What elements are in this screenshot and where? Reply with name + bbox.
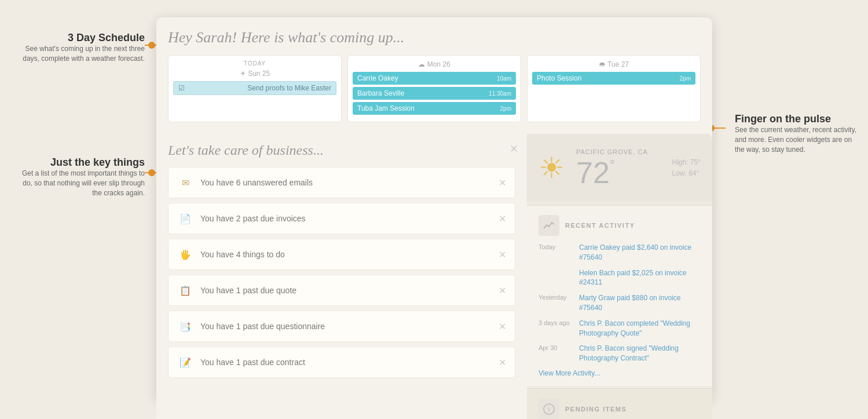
schedule-section: Hey Sarah! Here is what's coming up... T… <box>156 17 712 134</box>
dismiss-questionnaire-button[interactable]: ✕ <box>499 321 506 332</box>
arrow-dot-tasks <box>148 169 155 176</box>
annotation-schedule-text: See what's coming up in the next three d… <box>12 44 145 64</box>
day-header-tue: 🌧 Tue 27 <box>532 60 695 68</box>
activity-text-5[interactable]: Chris P. Bacon signed "Wedding Photograp… <box>579 344 701 363</box>
weather-low: Low: 64° <box>672 168 701 179</box>
dismiss-quote-button[interactable]: ✕ <box>499 285 506 296</box>
event-name: Photo Session <box>537 74 581 82</box>
todos-icon: 🖐 <box>177 246 193 263</box>
dismiss-invoices-button[interactable]: ✕ <box>499 213 506 224</box>
divider-activity-pending <box>527 388 712 389</box>
svg-text:i: i <box>548 405 550 413</box>
event-checkbox-icon: ☑ <box>178 84 185 92</box>
content-area: Let's take care of business... ✕ ✉ You h… <box>156 134 712 419</box>
questionnaire-icon: 📑 <box>177 318 193 334</box>
task-emails[interactable]: ✉ You have 6 unanswered emails ✕ <box>168 167 515 198</box>
tasks-close-button[interactable]: ✕ <box>510 143 518 155</box>
right-sidebar: ☀ PACIFIC GROVE, CA 72° High: 75° Low: 6… <box>527 134 712 419</box>
dismiss-emails-button[interactable]: ✕ <box>499 177 506 188</box>
today-label: TODAY <box>173 60 336 67</box>
invoice-icon: 📄 <box>177 210 193 227</box>
pending-items-widget: i PENDING ITEMS Mike Easter QUESTIONNAIR… <box>527 390 712 419</box>
task-text-contract: You have 1 past due contract <box>200 358 506 367</box>
arrow-dot-schedule <box>148 42 155 49</box>
activity-item-3: Yesterday Marty Graw paid $880 on invoic… <box>539 293 701 313</box>
activity-text-3[interactable]: Marty Graw paid $880 on invoice #75640 <box>579 293 701 313</box>
main-container: Hey Sarah! Here is what's coming up... T… <box>156 17 712 400</box>
weather-widget: ☀ PACIFIC GROVE, CA 72° High: 75° Low: 6… <box>527 134 712 202</box>
activity-date-3: Yesterday <box>539 293 573 313</box>
event-time: 2pm <box>680 75 691 82</box>
tue-weather-icon: 🌧 <box>599 60 606 68</box>
event-carrie-oakey[interactable]: Carrie Oakey 10am <box>353 72 516 85</box>
schedule-day-tue: 🌧 Tue 27 Photo Session 2pm <box>527 55 701 122</box>
task-text-questionnaire: You have 1 past due questionnaire <box>200 322 506 331</box>
annotation-tasks-text: Get a list of the most important things … <box>12 169 145 198</box>
divider-weather-activity <box>527 205 712 205</box>
recent-activity-title: RECENT ACTIVITY <box>565 222 635 229</box>
tasks-section: Let's take care of business... ✕ ✉ You h… <box>156 134 527 419</box>
activity-item-4: 3 days ago Chris P. Bacon completed "Wed… <box>539 319 701 338</box>
weather-info: PACIFIC GROVE, CA 72° <box>576 148 661 188</box>
sun-weather-icon: ☀ <box>240 70 246 78</box>
annotation-schedule: 3 Day Schedule See what's coming up in t… <box>12 32 145 64</box>
activity-text-2[interactable]: Helen Bach paid $2,025 on invoice #24311 <box>579 268 701 288</box>
event-name: Carrie Oakey <box>357 74 398 82</box>
activity-text-4[interactable]: Chris P. Bacon completed "Wedding Photog… <box>579 319 701 338</box>
recent-activity-widget: RECENT ACTIVITY Today Carrie Oakey paid … <box>527 206 712 386</box>
annotation-pulse: Finger on the pulse See the current weat… <box>735 113 862 154</box>
task-text-quote: You have 1 past due quote <box>200 286 506 295</box>
annotation-pulse-title: Finger on the pulse <box>735 113 862 125</box>
pending-items-header: i PENDING ITEMS <box>539 399 701 419</box>
recent-activity-header: RECENT ACTIVITY <box>539 215 701 236</box>
task-todos[interactable]: 🖐 You have 4 things to do ✕ <box>168 239 515 270</box>
weather-high: High: 75° <box>672 157 701 168</box>
email-icon: ✉ <box>177 174 193 191</box>
event-barbara-seville[interactable]: Barbara Seville 11:30am <box>353 87 516 100</box>
task-invoices[interactable]: 📄 You have 2 past due invoices ✕ <box>168 203 515 234</box>
annotation-tasks-title: Just the key things <box>12 156 145 169</box>
activity-graph-icon <box>539 215 559 236</box>
view-more-activity-link[interactable]: View More Activity... <box>539 369 701 377</box>
task-quote[interactable]: 📋 You have 1 past due quote ✕ <box>168 275 515 306</box>
activity-text-1[interactable]: Carrie Oakey paid $2,640 on invoice #756… <box>579 243 701 263</box>
annotation-tasks: Just the key things Get a list of the mo… <box>12 156 145 198</box>
annotation-schedule-title: 3 Day Schedule <box>12 32 145 44</box>
task-text-invoices: You have 2 past due invoices <box>200 214 506 223</box>
event-time: 11:30am <box>489 90 511 97</box>
schedule-day-mon: ☁ Mon 26 Carrie Oakey 10am Barbara Sevil… <box>347 55 521 122</box>
contract-icon: 📝 <box>177 354 193 370</box>
activity-date-2 <box>539 268 573 288</box>
activity-item-5: Apr 30 Chris P. Bacon signed "Wedding Ph… <box>539 344 701 363</box>
weather-range: High: 75° Low: 64° <box>672 157 701 179</box>
weather-temperature: 72° <box>576 158 661 188</box>
activity-item-2: Helen Bach paid $2,025 on invoice #24311 <box>539 268 701 288</box>
schedule-day-sun: TODAY ☀ Sun 25 ☑ Send proofs to Mike Eas… <box>168 55 342 122</box>
event-time: 2pm <box>500 105 511 112</box>
dismiss-contract-button[interactable]: ✕ <box>499 357 506 368</box>
task-questionnaire[interactable]: 📑 You have 1 past due questionnaire ✕ <box>168 311 515 342</box>
event-name: Barbara Seville <box>357 89 404 97</box>
event-text: Send proofs to Mike Easter <box>247 84 331 92</box>
day-header-mon: ☁ Mon 26 <box>353 60 516 68</box>
weather-location: PACIFIC GROVE, CA <box>576 148 661 155</box>
event-send-proofs[interactable]: ☑ Send proofs to Mike Easter <box>173 81 336 95</box>
event-time: 10am <box>497 75 511 82</box>
mon-weather-icon: ☁ <box>418 60 425 68</box>
task-contract[interactable]: 📝 You have 1 past due contract ✕ <box>168 347 515 378</box>
activity-date-1: Today <box>539 243 573 263</box>
event-photo-session[interactable]: Photo Session 2pm <box>532 72 695 85</box>
task-text-todos: You have 4 things to do <box>200 250 506 259</box>
pending-items-title: PENDING ITEMS <box>565 406 627 413</box>
annotation-pulse-text: See the current weather, recent activity… <box>735 125 862 154</box>
event-tuba-jam[interactable]: Tuba Jam Session 2pm <box>353 102 516 115</box>
event-name: Tuba Jam Session <box>357 104 415 112</box>
day-header-sun: ☀ Sun 25 <box>173 70 336 78</box>
task-text-emails: You have 6 unanswered emails <box>200 178 506 187</box>
dismiss-todos-button[interactable]: ✕ <box>499 249 506 260</box>
weather-sun-icon: ☀ <box>539 151 565 185</box>
quote-icon: 📋 <box>177 282 193 298</box>
activity-item-1: Today Carrie Oakey paid $2,640 on invoic… <box>539 243 701 263</box>
schedule-grid: TODAY ☀ Sun 25 ☑ Send proofs to Mike Eas… <box>168 55 701 122</box>
tasks-header: Let's take care of business... <box>168 143 515 158</box>
